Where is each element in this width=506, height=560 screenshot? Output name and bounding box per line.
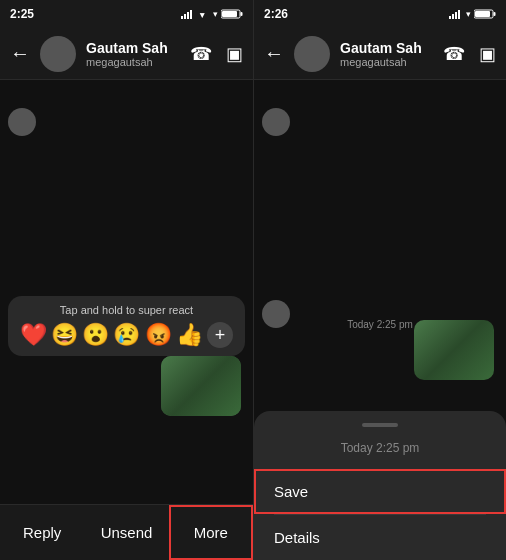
svg-rect-7 (222, 11, 237, 17)
reply-button[interactable]: Reply (0, 505, 84, 560)
chat-area-right: Today 2:25 pm Today 2:25 pm Save Details (254, 80, 506, 560)
left-screen: 2:25 ▼ ▾ ← Gautam Sah megagautsah (0, 0, 253, 560)
user-handle-right: megagautsah (340, 56, 433, 68)
back-button-left[interactable]: ← (10, 42, 30, 65)
emoji-laugh[interactable]: 😆 (51, 322, 78, 348)
svg-rect-14 (475, 11, 490, 17)
signal-icon-left (181, 9, 195, 19)
user-info-right: Gautam Sah megagautsah (340, 40, 433, 68)
time-left: 2:25 (10, 7, 34, 21)
svg-rect-11 (458, 10, 460, 19)
svg-rect-1 (184, 14, 186, 19)
user-info-left: Gautam Sah megagautsah (86, 40, 180, 68)
wifi-icon-left-txt: ▾ (213, 9, 218, 19)
nav-actions-right: ☎ ▣ (443, 43, 496, 65)
svg-rect-10 (455, 12, 457, 19)
svg-text:▼: ▼ (198, 10, 206, 19)
photo-bubble-left (161, 356, 241, 416)
video-icon-right[interactable]: ▣ (479, 43, 496, 65)
status-bar-right: 2:26 ▾ (254, 0, 506, 28)
emoji-sad[interactable]: 😢 (113, 322, 140, 348)
svg-rect-3 (190, 10, 192, 19)
user-name-right: Gautam Sah (340, 40, 433, 56)
reply-label: Reply (23, 524, 61, 541)
photo-bubble-right (414, 320, 494, 380)
msg-avatar-left-1 (8, 108, 36, 136)
wifi-icon-right: ▾ (466, 9, 471, 19)
more-button[interactable]: More (169, 505, 253, 560)
signal-icon-right (449, 9, 463, 19)
battery-icon-left (221, 9, 243, 19)
emoji-thumbsup[interactable]: 👍 (176, 322, 203, 348)
emoji-heart[interactable]: ❤️ (20, 322, 47, 348)
wifi-icon-left: ▼ (198, 9, 210, 19)
svg-rect-13 (494, 12, 496, 16)
svg-rect-9 (452, 14, 454, 19)
nav-bar-right: ← Gautam Sah megagautsah ☎ ▣ (254, 28, 506, 80)
avatar-left (40, 36, 76, 72)
chat-area-left: Today 2:25 pm Tap and hold to super reac… (0, 80, 253, 504)
sheet-handle (362, 423, 398, 427)
reaction-emojis: ❤️ 😆 😮 😢 😡 👍 + (18, 322, 235, 348)
status-bar-left: 2:25 ▼ ▾ (0, 0, 253, 28)
right-screen: 2:26 ▾ ← Gautam Sah megagautsah ☎ ▣ (253, 0, 506, 560)
user-handle-left: megagautsah (86, 56, 180, 68)
status-icons-left: ▼ ▾ (181, 9, 243, 19)
msg-avatar-right-1 (262, 108, 290, 136)
status-icons-right: ▾ (449, 9, 496, 19)
unsend-button[interactable]: Unsend (84, 505, 168, 560)
details-sheet-item[interactable]: Details (254, 515, 506, 560)
nav-actions-left: ☎ ▣ (190, 43, 243, 65)
action-bar-left: Reply Unsend More (0, 504, 253, 560)
avatar-right (294, 36, 330, 72)
reaction-hint: Tap and hold to super react (18, 304, 235, 316)
emoji-angry[interactable]: 😡 (145, 322, 172, 348)
photo-inner-right (414, 320, 494, 380)
svg-rect-8 (449, 16, 451, 19)
time-right: 2:26 (264, 7, 288, 21)
emoji-plus-button[interactable]: + (207, 322, 233, 348)
sheet-date: Today 2:25 pm (254, 441, 506, 455)
video-icon-left[interactable]: ▣ (226, 43, 243, 65)
save-sheet-item[interactable]: Save (254, 469, 506, 514)
call-icon-right[interactable]: ☎ (443, 43, 465, 65)
battery-icon-right (474, 9, 496, 19)
more-label: More (194, 524, 228, 541)
save-label: Save (274, 483, 308, 500)
emoji-wow[interactable]: 😮 (82, 322, 109, 348)
svg-rect-0 (181, 16, 183, 19)
bottom-sheet: Today 2:25 pm Save Details (254, 411, 506, 560)
svg-rect-2 (187, 12, 189, 19)
reaction-popup: Tap and hold to super react ❤️ 😆 😮 😢 😡 👍… (8, 296, 245, 356)
svg-rect-6 (241, 12, 243, 16)
photo-inner-left (161, 356, 241, 416)
nav-bar-left: ← Gautam Sah megagautsah ☎ ▣ (0, 28, 253, 80)
unsend-label: Unsend (101, 524, 153, 541)
call-icon-left[interactable]: ☎ (190, 43, 212, 65)
back-button-right[interactable]: ← (264, 42, 284, 65)
user-name-left: Gautam Sah (86, 40, 180, 56)
details-label: Details (274, 529, 320, 546)
